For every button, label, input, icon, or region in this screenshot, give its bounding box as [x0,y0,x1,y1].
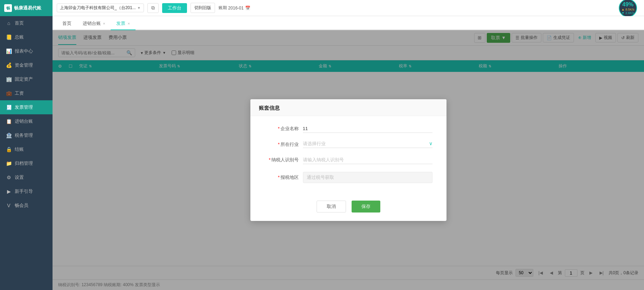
label-industry: *所在行业 [264,141,303,148]
label-taxregion: *报税地区 [264,174,303,181]
form-row-taxregion: *报税地区 通过税号获取 [264,172,432,183]
sidebar-label-settings: 设置 [15,174,24,181]
tab-close-invoice[interactable]: × [127,21,130,26]
sidebar-icon-tax: 🏦 [6,133,12,138]
sidebar-item-tax[interactable]: 🏦税务管理 [0,128,53,142]
save-button[interactable]: 保存 [352,201,380,213]
required-star-taxregion: * [278,175,279,180]
modal-title: 账套信息 [250,99,446,116]
sidebar-item-funds[interactable]: 💰资金管理 [0,58,53,72]
network-download-speed: ▼ 2.6K/s [622,11,635,15]
tab-label-purchase: 进销台账 [83,21,101,26]
sidebar-label-funds: 资金管理 [15,62,33,68]
sidebar-icon-vip: V [6,203,12,208]
tab-home[interactable]: 首页 [57,18,77,30]
company-name-input[interactable] [303,124,432,133]
sidebar-item-purchase[interactable]: 📋进销台账 [0,114,53,128]
sidebar-item-payroll[interactable]: 💼工资 [0,86,53,100]
sidebar-icon-fixed_assets: 🏢 [6,76,12,82]
sidebar-label-reports: 报表中心 [15,48,33,54]
sidebar-item-guide[interactable]: ▶新手引导 [0,184,53,198]
sidebar-label-home: 首页 [15,20,24,26]
copy-button[interactable]: ⧉ [147,3,159,13]
tab-invoice[interactable]: 发票× [111,18,135,30]
sidebar-icon-closing: 🔒 [6,147,12,152]
sidebar-item-settings[interactable]: ⚙设置 [0,170,53,184]
main-area: 上海卯金刀电子科技有限公司_（台201... ▼ ⧉ 工作台 切到旧版 账期 2… [53,0,644,290]
period-label: 账期 [219,5,227,11]
company-name: 上海卯金刀电子科技有限公司_（台201... [60,5,136,11]
network-upload-speed: ▲ 8.5K/s [622,8,635,11]
sidebar-label-vip: 畅会员 [15,202,28,209]
form-row-industry: *所在行业 请选择行业 ∨ [264,141,432,148]
sidebar-icon-settings: ⚙ [6,175,12,180]
sidebar-icon-payroll: 💼 [6,90,12,96]
sidebar-label-fixed_assets: 固定资产 [15,76,33,82]
required-star-industry: * [278,142,279,147]
sidebar-icon-archive: 📁 [6,161,12,166]
logo-icon: 畅 [4,4,12,12]
sidebar-icon-invoice: 🧾 [6,104,12,110]
required-star: * [278,126,279,131]
app-name: 畅康通易代账 [14,5,41,11]
top-header: 上海卯金刀电子科技有限公司_（台201... ▼ ⧉ 工作台 切到旧版 账期 2… [53,0,644,16]
content-area: 销项发票进项发票费用小票 ⊞ 取票 ▼ ☰ 批量操作 📄 生成凭证 [53,30,644,290]
sidebar-icon-purchase: 📋 [6,119,12,124]
sidebar-label-payroll: 工资 [15,90,24,96]
industry-select[interactable]: 请选择行业 [303,141,429,146]
account-set-modal: 账套信息 *企业名称 *所在行业 [250,99,446,221]
modal-overlay: 账套信息 *企业名称 *所在行业 [53,30,644,290]
tabs-bar: 首页进销台账×发票× [53,16,644,30]
calendar-icon[interactable]: 📅 [245,6,250,11]
form-row-company: *企业名称 [264,124,432,133]
label-taxid: *纳税人识别号 [264,157,303,163]
sidebar-item-closing[interactable]: 🔒结账 [0,142,53,156]
sidebar-label-archive: 归档管理 [15,160,33,167]
sidebar-label-tax: 税务管理 [15,132,33,139]
industry-select-wrap: 请选择行业 ∨ [303,141,432,148]
company-selector[interactable]: 上海卯金刀电子科技有限公司_（台201... ▼ [57,4,144,12]
sidebar-item-vip[interactable]: V畅会员 [0,198,53,213]
sidebar-item-fixed_assets[interactable]: 🏢固定资产 [0,72,53,86]
sidebar-item-archive[interactable]: 📁归档管理 [0,156,53,170]
cancel-button[interactable]: 取消 [317,201,346,213]
period-display: 账期 2016-01 📅 [219,5,250,11]
app-logo: 畅 畅康通易代账 [0,0,53,16]
network-percent: 49% [622,1,633,8]
sidebar: 畅 畅康通易代账 ⌂首页📒总账📊报表中心💰资金管理🏢固定资产💼工资🧾发票管理📋进… [0,0,53,290]
sidebar-icon-guide: ▶ [6,189,12,194]
sidebar-label-closing: 结账 [15,146,24,153]
modal-footer: 取消 保存 [250,198,446,221]
sidebar-label-purchase: 进销台账 [15,118,33,124]
sidebar-item-invoice[interactable]: 🧾发票管理 [0,100,53,114]
sidebar-label-ledger: 总账 [15,34,24,40]
sidebar-icon-ledger: 📒 [6,34,12,40]
sidebar-label-guide: 新手引导 [15,188,33,195]
industry-chevron-icon: ∨ [429,141,432,146]
period-value: 2016-01 [228,6,244,11]
tab-label-invoice: 发票 [116,21,125,26]
tab-purchase[interactable]: 进销台账× [77,18,111,30]
taxid-input[interactable] [303,156,432,164]
sidebar-icon-home: ⌂ [6,20,12,26]
sidebar-item-ledger[interactable]: 📒总账 [0,30,53,44]
form-row-taxid: *纳税人识别号 [264,156,432,164]
tab-label-home: 首页 [62,21,71,26]
company-dropdown-arrow: ▼ [137,6,141,10]
sidebar-icon-reports: 📊 [6,48,12,54]
sidebar-label-invoice: 发票管理 [15,104,33,110]
tax-region-disabled: 通过税号获取 [303,172,432,183]
sidebar-item-reports[interactable]: 📊报表中心 [0,44,53,58]
required-star-taxid: * [269,157,270,162]
sidebar-item-home[interactable]: ⌂首页 [0,16,53,30]
workbench-button[interactable]: 工作台 [162,3,187,13]
network-indicator: 49% ▲ 8.5K/s ▼ 2.6K/s [619,0,637,17]
sidebar-icon-funds: 💰 [6,62,12,68]
tab-close-purchase[interactable]: × [103,21,105,26]
switch-old-button[interactable]: 切到旧版 [191,3,215,13]
label-company: *企业名称 [264,126,303,132]
modal-body: *企业名称 *所在行业 请选择行业 ∨ [250,116,446,198]
